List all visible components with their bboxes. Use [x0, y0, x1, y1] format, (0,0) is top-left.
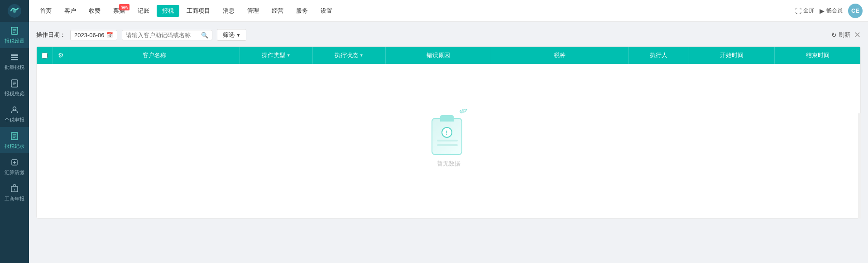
gear-icon: ⚙ [58, 52, 64, 59]
clipboard-body: ! [432, 118, 462, 155]
sidebar-item-label: 报税总览 [5, 90, 24, 97]
nav-customer[interactable]: 客户 [59, 5, 82, 17]
sidebar-item-label: 个税申报 [5, 117, 24, 123]
sidebar-item-batch-tax[interactable]: 批量报税 [0, 48, 29, 74]
chevron-down-icon: ▼ [236, 33, 241, 38]
clipboard-clip [440, 115, 454, 122]
annual-report-icon [9, 183, 20, 194]
nav-messages[interactable]: 消息 [217, 5, 240, 17]
nav-billing[interactable]: 收费 [83, 5, 106, 17]
th-end-time: 结束时间 [775, 47, 860, 64]
tax-records-icon [9, 131, 20, 141]
filter-button[interactable]: 筛选 ▼ [217, 29, 247, 41]
sidebar-item-tax-records[interactable]: 报税记录 [0, 127, 29, 153]
filter-sort-icon: ▼ [360, 53, 364, 58]
tax-overview-icon [9, 78, 20, 89]
sidebar-item-label: 报税记录 [5, 143, 24, 150]
user-avatar[interactable]: CE [848, 4, 863, 18]
search-wrapper: 🔍 [122, 30, 212, 40]
nav-tax[interactable]: 报税 [157, 5, 179, 17]
calendar-icon: 📅 [106, 32, 113, 38]
table-header: ⚙ 客户名称 操作类型 ▼ 执行状态 ▼ [37, 47, 860, 64]
refresh-icon: ↻ [831, 31, 837, 39]
th-checkbox[interactable] [37, 47, 53, 64]
main-content: 首页 客户 收费 票据 new 记账 报税 工商项目 消息 管理 经营 服务 设… [29, 0, 868, 263]
sidebar-item-label: 汇算清缴 [5, 169, 24, 176]
page-area: 操作日期： 2023-06-06 📅 🔍 筛选 ▼ ↻ 刷新 [29, 22, 868, 263]
sidebar-item-tax-settings[interactable]: 报税设置 [0, 22, 29, 48]
th-executor: 执行人 [629, 47, 689, 64]
fullscreen-label: 全屏 [803, 7, 814, 15]
svg-point-13 [13, 107, 16, 110]
table-body-empty: ✏ ! [37, 64, 860, 218]
data-table: ⚙ 客户名称 操作类型 ▼ 执行状态 ▼ [36, 46, 861, 219]
svg-rect-8 [11, 59, 18, 60]
sidebar-item-annual-report[interactable]: 工商年报 [0, 180, 29, 206]
svg-rect-7 [11, 57, 18, 58]
sidebar: 报税设置 批量报税 报税总览 [0, 0, 29, 263]
th-start-time: 开始时间 [689, 47, 775, 64]
search-icon[interactable]: 🔍 [201, 32, 208, 39]
app-logo [0, 0, 29, 22]
pencil-icon: ✏ [458, 104, 470, 118]
select-all-checkbox[interactable] [42, 53, 48, 58]
sidebar-item-label: 批量报税 [5, 64, 24, 71]
sidebar-item-label: 工商年报 [5, 195, 24, 202]
clipboard-lines [437, 140, 458, 146]
nav-items: 首页 客户 收费 票据 new 记账 报税 工商项目 消息 管理 经营 服务 设… [34, 5, 795, 17]
nav-services[interactable]: 服务 [291, 5, 313, 17]
fullscreen-button[interactable]: ⛶ 全屏 [795, 7, 814, 15]
date-filter-label: 操作日期： [36, 31, 66, 39]
exclamation-icon: ! [441, 127, 452, 138]
date-value: 2023-06-06 [74, 32, 105, 39]
nav-home[interactable]: 首页 [34, 5, 57, 17]
sidebar-item-label: 报税设置 [5, 38, 24, 44]
filter-label: 筛选 [223, 31, 235, 39]
filter-bar: 操作日期： 2023-06-06 📅 🔍 筛选 ▼ ↻ 刷新 [36, 29, 861, 41]
empty-state-text: 暂无数据 [437, 160, 460, 168]
personal-tax-icon [9, 104, 20, 115]
nav-operations[interactable]: 经营 [266, 5, 289, 17]
video-icon: ▶ [820, 7, 825, 15]
sidebar-item-tax-overview[interactable]: 报税总览 [0, 74, 29, 101]
svg-rect-6 [11, 54, 18, 56]
th-error-reason: 错误原因 [386, 47, 491, 64]
th-op-type[interactable]: 操作类型 ▼ [240, 47, 313, 64]
svg-point-1 [13, 9, 16, 13]
sidebar-item-settlement[interactable]: 汇算清缴 [0, 153, 29, 180]
close-button[interactable]: ✕ [854, 30, 861, 40]
filter-sort-icon: ▼ [287, 53, 291, 58]
th-exec-status[interactable]: 执行状态 ▼ [313, 47, 386, 64]
search-input[interactable] [126, 32, 198, 39]
nav-accounts[interactable]: 记账 [132, 5, 155, 17]
member-button[interactable]: ▶ 畅会员 [820, 7, 843, 15]
filter-right-group: ↻ 刷新 ✕ [831, 30, 861, 40]
topnav-right: ⛶ 全屏 ▶ 畅会员 CE [795, 4, 863, 18]
member-label: 畅会员 [826, 7, 843, 15]
date-picker[interactable]: 2023-06-06 📅 [70, 30, 117, 40]
th-tax-type: 税种 [491, 47, 629, 64]
batch-tax-icon [9, 52, 20, 63]
nav-business[interactable]: 工商项目 [181, 5, 216, 17]
scrollbar[interactable] [858, 113, 861, 219]
top-navigation: 首页 客户 收费 票据 new 记账 报税 工商项目 消息 管理 经营 服务 设… [29, 0, 868, 22]
refresh-label: 刷新 [839, 31, 850, 39]
content-main: 操作日期： 2023-06-06 📅 🔍 筛选 ▼ ↻ 刷新 [29, 22, 868, 263]
refresh-button[interactable]: ↻ 刷新 [831, 31, 850, 39]
th-customer-name: 客户名称 [69, 47, 240, 64]
fullscreen-icon: ⛶ [795, 7, 801, 15]
tax-settings-icon [9, 25, 20, 36]
nav-management[interactable]: 管理 [242, 5, 264, 17]
empty-illustration: ✏ ! [426, 105, 471, 155]
sidebar-item-personal-tax[interactable]: 个税申报 [0, 101, 29, 127]
th-gear[interactable]: ⚙ [53, 47, 69, 64]
new-badge: new [119, 4, 129, 10]
nav-settings[interactable]: 设置 [315, 5, 338, 17]
nav-invoice[interactable]: 票据 new [108, 5, 130, 17]
settlement-icon [9, 157, 20, 168]
table-wrapper: ⚙ 客户名称 操作类型 ▼ 执行状态 ▼ [36, 46, 861, 219]
